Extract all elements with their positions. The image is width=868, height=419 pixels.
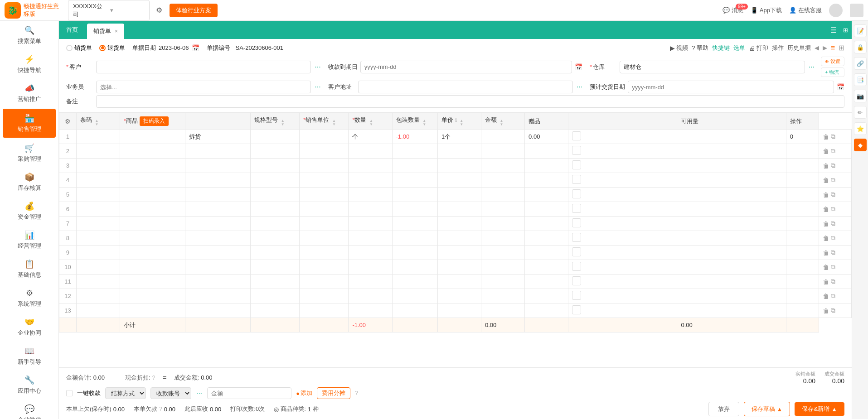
delete-row-icon[interactable]: 🗑 [823,293,829,300]
gift-checkbox[interactable] [572,218,581,227]
customer-input[interactable] [96,61,311,73]
salesperson-dots-icon[interactable]: ··· [315,83,320,91]
row-qty[interactable] [392,202,437,217]
row-spec[interactable] [300,303,349,318]
gift-checkbox[interactable] [572,262,581,271]
row-price[interactable] [481,289,524,303]
row-price[interactable] [481,159,524,173]
rp-notes-btn[interactable]: 📝 [854,24,867,37]
grid-view-icon[interactable]: ⊞ [839,43,844,52]
sidebar-item-quicknav[interactable]: ⚡ 快捷导航 [0,50,58,79]
video-btn[interactable]: ▶ 视频 [670,44,688,52]
calendar-icon[interactable]: 📅 [192,44,199,52]
row-price[interactable] [481,202,524,217]
row-qty[interactable] [392,188,437,202]
row-gift[interactable] [568,144,677,159]
settings-button[interactable]: ⚙ [152,4,166,17]
row-barcode[interactable] [120,188,185,202]
payment-cal-icon[interactable]: 📅 [575,63,582,71]
app-download-button[interactable]: 📱 App下载 [751,6,782,14]
logistics-float-btn[interactable]: + 物流 [821,67,844,77]
user-menu[interactable] [850,4,863,17]
next-icon[interactable]: ▶ [823,44,827,51]
row-gift[interactable] [568,246,677,260]
row-qty[interactable] [392,275,437,289]
delete-row-icon[interactable]: 🗑 [823,307,829,314]
trial-button[interactable]: 体验行业方案 [170,4,218,17]
copy-row-icon[interactable]: ⧉ [831,133,835,140]
fee-split-button[interactable]: 费用分摊 [317,387,350,399]
copy-row-icon[interactable]: ⧉ [831,191,835,198]
copy-row-icon[interactable]: ⧉ [831,176,835,184]
company-selector[interactable]: XXXXXX公司 ▾ [68,0,150,21]
row-gift[interactable] [568,260,677,275]
row-gift[interactable] [568,289,677,303]
row-spec[interactable] [300,217,349,231]
fee-help-icon[interactable]: ? [355,390,358,396]
gift-checkbox[interactable] [572,189,581,198]
rp-orange-btn[interactable]: ◆ [854,139,867,151]
row-qty[interactable] [392,159,437,173]
delete-row-icon[interactable]: 🗑 [823,206,829,213]
tab-grid-icon[interactable]: ⊞ [843,27,852,34]
gift-checkbox[interactable] [572,276,581,285]
settings-float-btn[interactable]: ⊕ 设置 [821,57,844,66]
row-spec[interactable] [300,275,349,289]
rp-doc-btn[interactable]: 📑 [854,73,867,86]
gift-checkbox[interactable] [572,175,581,184]
abandon-button[interactable]: 放弃 [708,402,739,416]
prev-icon[interactable]: ◀ [815,44,819,51]
delete-row-icon[interactable]: 🗑 [823,191,829,198]
sidebar-item-appstore[interactable]: 🔧 应用中心 [0,371,58,400]
row-spec[interactable] [300,202,349,217]
delete-row-icon[interactable]: 🗑 [823,162,829,169]
row-barcode[interactable] [120,173,185,188]
row-gift[interactable] [568,159,677,173]
row-qty[interactable] [392,231,437,246]
row-spec[interactable] [300,289,349,303]
row-gift[interactable] [568,188,677,202]
select-btn[interactable]: 选单 [733,44,745,52]
cash-discount-help-icon[interactable]: ? [152,375,155,381]
row-spec[interactable] [300,130,349,144]
row-gift[interactable] [568,173,677,188]
list-view-icon[interactable]: ≡ [831,44,835,52]
sidebar-item-sales[interactable]: 🏪 销售管理 [3,109,56,138]
row-gift[interactable] [568,231,677,246]
row-barcode[interactable] [120,202,185,217]
sidebar-item-finance[interactable]: 💰 资金管理 [0,197,58,226]
customer-addr-input[interactable] [358,81,573,93]
copy-row-icon[interactable]: ⧉ [831,292,835,300]
sidebar-item-management[interactable]: 📊 经营管理 [0,226,58,255]
gift-checkbox[interactable] [572,131,581,140]
copy-row-icon[interactable]: ⧉ [831,220,835,227]
one-click-payment-checkbox[interactable] [66,390,73,396]
row-barcode[interactable] [120,231,185,246]
row-spec[interactable] [300,188,349,202]
copy-row-icon[interactable]: ⧉ [831,162,835,169]
copy-row-icon[interactable]: ⧉ [831,234,835,242]
online-service-button[interactable]: 👤 在线客服 [789,6,822,14]
row-qty[interactable] [392,144,437,159]
rp-lock-btn[interactable]: 🔒 [854,41,867,53]
gift-checkbox[interactable] [572,305,581,314]
row-qty[interactable] [392,303,437,318]
add-button[interactable]: ● 添加 [296,389,312,397]
row-qty[interactable] [392,289,437,303]
save-button[interactable]: 保存&新增 ▲ [795,402,844,416]
row-barcode[interactable] [120,217,185,231]
row-gift[interactable] [568,217,677,231]
debt-help-icon[interactable]: ? [159,406,162,412]
row-qty[interactable] [392,217,437,231]
customer-dots-icon[interactable]: ··· [315,63,320,71]
copy-row-icon[interactable]: ⧉ [831,307,835,314]
row-price[interactable] [481,217,524,231]
row-qty[interactable] [392,173,437,188]
copy-row-icon[interactable]: ⧉ [831,205,835,213]
row-spec[interactable] [300,144,349,159]
tab-home[interactable]: 首页 [59,21,85,39]
rp-edit-btn[interactable]: ✏ [854,106,867,119]
salesperson-input[interactable] [96,81,311,93]
row-spec[interactable] [300,231,349,246]
delete-row-icon[interactable]: 🗑 [823,177,829,184]
